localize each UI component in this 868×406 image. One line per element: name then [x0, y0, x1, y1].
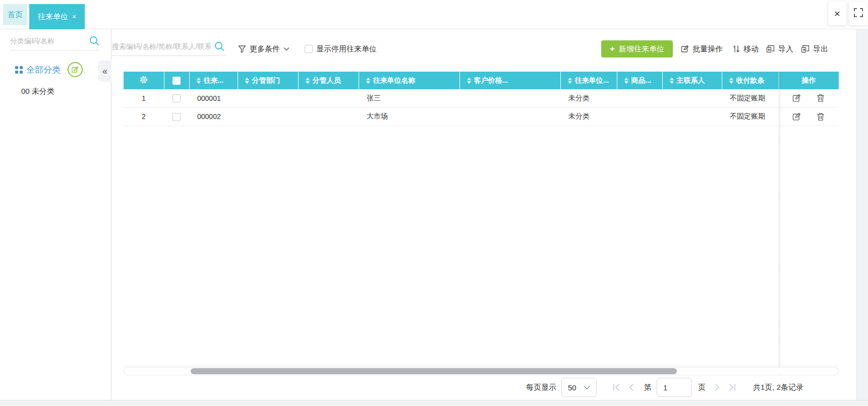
row-delete-button[interactable] — [815, 111, 826, 122]
right-edge-strip — [856, 29, 868, 400]
close-icon: × — [834, 8, 840, 20]
tab-active-label: 往来单位 — [38, 12, 68, 22]
cell-code: 000002 — [189, 107, 238, 126]
row-edit-button[interactable] — [791, 93, 802, 104]
pagination-bar: 每页显示 50 第 页 共1页, 2条记录 — [526, 377, 803, 397]
per-page-label: 每页显示 — [526, 383, 556, 392]
sort-icon[interactable] — [467, 78, 471, 84]
import-label: 导入 — [778, 44, 793, 54]
search-icon[interactable] — [214, 41, 225, 52]
sidebar-item-uncategorized[interactable]: 00 未分类 — [21, 87, 54, 96]
sidebar-collapse-button[interactable]: « — [98, 61, 111, 82]
batch-actions-button[interactable]: 批量操作 — [681, 44, 723, 54]
cell-person — [298, 89, 359, 107]
sort-icon[interactable] — [729, 78, 733, 84]
table-row[interactable]: 1 000001 张三 未分类 不固定账期 — [124, 89, 839, 107]
column-header-person[interactable]: 分管人员 — [298, 72, 359, 89]
move-button[interactable]: 移动 — [733, 44, 759, 54]
column-header-payment[interactable]: 收付款条 — [722, 72, 779, 89]
all-categories-row: 全部分类 « — [0, 59, 111, 82]
batch-actions-label: 批量操作 — [692, 44, 723, 54]
cell-name: 张三 — [359, 89, 459, 107]
more-filters-button[interactable]: 更多条件 — [238, 44, 290, 54]
export-button[interactable]: 导出 — [801, 44, 828, 54]
sort-icon[interactable] — [245, 78, 249, 84]
filter-funnel-icon — [238, 45, 246, 53]
cell-product — [617, 89, 662, 107]
plus-icon: + — [610, 44, 615, 54]
column-header-name[interactable]: 往来单位名称 — [359, 72, 459, 89]
page-number-input[interactable] — [657, 378, 692, 397]
column-header-dept[interactable]: 分管部门 — [238, 72, 298, 89]
column-header-contact[interactable]: 主联系人 — [662, 72, 722, 89]
records-summary: 共1页, 2条记录 — [753, 383, 803, 392]
category-search-input[interactable] — [10, 37, 85, 45]
chevron-down-icon — [283, 47, 290, 51]
last-page-icon — [728, 383, 736, 391]
first-page-button[interactable] — [611, 377, 622, 397]
per-page-select[interactable]: 50 — [561, 378, 597, 397]
import-button[interactable]: 导入 — [766, 44, 793, 54]
edit-categories-button[interactable] — [68, 62, 83, 77]
column-header-code[interactable]: 往来... — [189, 72, 238, 89]
page-prefix-label: 第 — [644, 383, 652, 392]
window-close-button[interactable]: × — [828, 2, 846, 25]
batch-edit-icon — [681, 45, 689, 53]
sort-icon[interactable] — [306, 78, 310, 84]
column-header-price[interactable]: 客户价格... — [459, 72, 560, 89]
row-delete-button[interactable] — [815, 93, 826, 104]
next-page-button[interactable] — [712, 377, 723, 397]
partner-search-input[interactable] — [112, 42, 211, 50]
sort-icon[interactable] — [366, 78, 370, 84]
cell-actions — [779, 107, 839, 126]
table-row[interactable]: 2 000002 大市场 未分类 不固定账期 — [124, 107, 839, 126]
row-checkbox[interactable] — [164, 89, 189, 107]
fullscreen-button[interactable] — [849, 2, 867, 25]
show-disabled-toggle[interactable]: 显示停用往来单位 — [305, 44, 377, 54]
column-header-actions: 操作 — [779, 72, 839, 89]
trash-icon — [817, 94, 825, 102]
partner-search — [112, 42, 226, 56]
tab-business-partners[interactable]: 往来单位 × — [29, 4, 85, 29]
column-header-product[interactable]: 商品... — [617, 72, 662, 89]
column-settings-button[interactable] — [124, 72, 164, 89]
scrollbar-thumb[interactable] — [191, 368, 677, 374]
row-checkbox[interactable] — [164, 107, 189, 126]
show-disabled-checkbox[interactable] — [305, 45, 313, 53]
cell-payment: 不固定账期 — [722, 107, 779, 126]
cell-product — [617, 107, 662, 126]
cell-contact — [662, 107, 722, 126]
last-page-button[interactable] — [727, 377, 738, 397]
tab-close-icon[interactable]: × — [72, 13, 76, 21]
prev-page-button[interactable] — [626, 377, 637, 397]
category-search — [10, 36, 99, 50]
all-categories-label[interactable]: 全部分类 — [26, 64, 61, 76]
more-filters-label: 更多条件 — [250, 44, 280, 54]
table-header-row: 往来... 分管部门 分管人员 往来单位名称 客户价格... 往来单位... 商… — [124, 72, 839, 89]
table-bottom-border — [124, 366, 839, 366]
tab-home-label: 首页 — [8, 10, 23, 20]
first-page-icon — [612, 383, 620, 391]
per-page-value: 50 — [568, 383, 576, 392]
search-icon[interactable] — [89, 35, 100, 46]
partners-table: 往来... 分管部门 分管人员 往来单位名称 客户价格... 往来单位... 商… — [124, 72, 839, 126]
gear-icon — [139, 75, 148, 84]
cell-index: 1 — [124, 89, 164, 107]
edit-pencil-icon — [72, 66, 79, 73]
sort-icon[interactable] — [670, 78, 674, 84]
sort-icon[interactable] — [624, 78, 628, 84]
row-edit-button[interactable] — [791, 111, 802, 122]
cell-code: 000001 — [189, 89, 238, 107]
chevron-down-icon — [584, 385, 590, 390]
app-window: 首页 往来单位 × × 全部分类 — [0, 0, 868, 406]
chevron-right-icon — [713, 383, 721, 391]
tab-home[interactable]: 首页 — [3, 4, 27, 25]
cell-person — [298, 107, 359, 126]
edit-icon — [792, 94, 801, 102]
sort-icon[interactable] — [197, 78, 201, 84]
horizontal-scrollbar[interactable] — [124, 367, 839, 375]
add-partner-button[interactable]: + 新增往来单位 — [601, 40, 673, 57]
sort-icon[interactable] — [568, 78, 572, 84]
select-all-checkbox[interactable] — [164, 72, 189, 89]
column-header-category[interactable]: 往来单位... — [560, 72, 617, 89]
